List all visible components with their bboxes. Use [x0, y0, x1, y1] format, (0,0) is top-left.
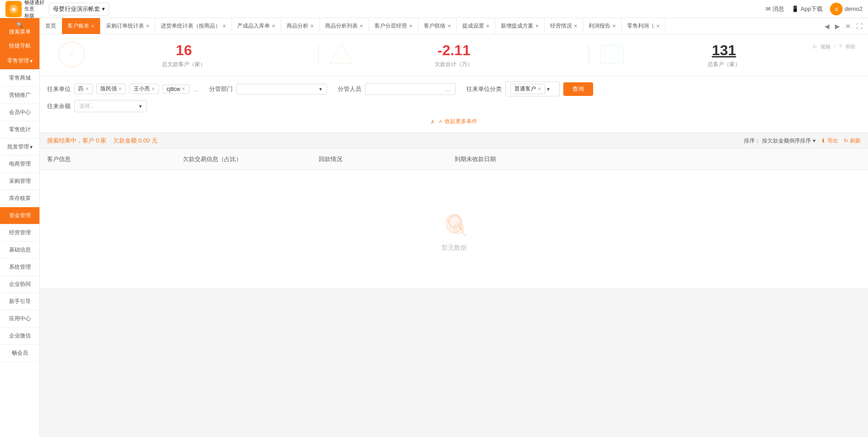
dept-select[interactable]: ▾	[236, 84, 327, 95]
filter-tag-category-1[interactable]: 普通客户 ✕	[510, 84, 545, 94]
user-avatar-area[interactable]: d demo2	[830, 3, 863, 15]
filter-tag-unit-2[interactable]: 陈民强 ✕	[96, 84, 126, 94]
sort-selector[interactable]: 排序： 按欠款金额倒序排序 ▾	[744, 137, 815, 145]
sidebar-item-new-guide[interactable]: 新手引导	[0, 293, 39, 310]
help-label: 帮助	[845, 43, 855, 50]
tab-close-icon[interactable]: ✕	[310, 24, 314, 28]
tab-customer-contact[interactable]: 客户联络 ✕	[418, 18, 457, 34]
sidebar-item-retail-mgmt[interactable]: 零售管理 ▾	[0, 52, 39, 70]
content-area: 首页 客户账本 ✕ 采购订单统计表 ✕ 进货单统计表（按商品） ✕ 产成品入库单…	[40, 18, 868, 437]
app-download-icon: 📱	[791, 5, 799, 12]
sidebar-item-marketing[interactable]: 营销推广	[0, 87, 39, 104]
sidebar-item-member-center[interactable]: 会员中心	[0, 104, 39, 121]
tag-close-icon[interactable]: ✕	[182, 86, 185, 91]
collapse-button[interactable]: ∧ ∧ 收起更多条件	[47, 116, 861, 127]
tab-customer-accounts[interactable]: 客户账本 ✕	[62, 18, 101, 34]
stat-total-customers-value[interactable]: 131	[712, 42, 736, 59]
empty-icon	[436, 206, 472, 244]
sidebar-item-finance-mgmt[interactable]: 资金管理	[0, 207, 39, 224]
tag-close-icon[interactable]: ✕	[118, 86, 122, 91]
tab-prev-icon[interactable]: ◀	[823, 23, 831, 30]
tag-close-icon[interactable]: ✕	[85, 86, 89, 91]
tab-close-icon[interactable]: ✕	[272, 24, 275, 28]
tag-close-icon[interactable]: ✕	[151, 86, 155, 91]
tab-new-promotion-plan[interactable]: 新增提成方案 ✕	[495, 18, 545, 34]
tab-bar-actions: ◀ ▶ ✕ ⛶	[819, 23, 868, 30]
tab-retail-profit[interactable]: 零售利润（ ✕	[622, 18, 666, 34]
filter-tag-unit-4[interactable]: cjttcw ✕	[163, 85, 189, 94]
tab-close-icon[interactable]: ✕	[612, 24, 616, 28]
avatar: d	[830, 3, 843, 15]
tab-inbound-stats-product[interactable]: 进货单统计表（按商品） ✕	[155, 18, 232, 34]
chevron-down-icon: ▾	[319, 86, 322, 92]
app-download-button[interactable]: 📱 App下载	[791, 5, 823, 13]
sidebar-item-basic-info[interactable]: 基础信息	[0, 242, 39, 259]
person-filter-label: 分管人员	[338, 85, 361, 93]
sidebar-item-retail-stats[interactable]: 零售统计	[0, 121, 39, 138]
tab-close-icon[interactable]: ✕	[409, 24, 412, 28]
org-selector[interactable]: 母婴行业演示帐套 ▾	[49, 3, 109, 15]
svg-text:!: !	[340, 53, 342, 60]
sidebar-item-member-vip[interactable]: 畅会员	[0, 345, 39, 362]
col-customer-info: 客户信息	[47, 153, 183, 165]
sidebar-item-retail-mall[interactable]: 零售商城	[0, 70, 39, 87]
chevron-down-icon: ▾	[139, 103, 142, 109]
sidebar-item-enterprise-wechat[interactable]: 企业微信	[0, 328, 39, 345]
top-bar-left: 畅 畅捷通好生意 标版 母婴行业演示帐套 ▾	[5, 0, 109, 19]
tab-profit-report[interactable]: 利润报告 ✕	[583, 18, 622, 34]
tab-purchase-order-stats[interactable]: 采购订单统计表 ✕	[101, 18, 155, 34]
sidebar-item-system-mgmt[interactable]: 系统管理	[0, 259, 39, 276]
filter-tag-unit-3[interactable]: 王小亮 ✕	[129, 84, 159, 94]
app-layout: 🔍 搜索菜单 快捷导航 零售管理 ▾ 零售商城 营销推广 会员中心 零售统计 批…	[0, 18, 868, 437]
filter-tag-unit-1[interactable]: 匹 ✕	[74, 84, 93, 94]
category-select[interactable]: 普通客户 ✕ ▾	[505, 81, 560, 96]
sidebar-search[interactable]: 🔍 搜索菜单	[0, 18, 39, 39]
export-button[interactable]: ⬇ 导出	[821, 137, 838, 145]
person-select[interactable]: ...	[365, 83, 456, 95]
tab-close-icon[interactable]: ✕	[222, 24, 226, 28]
sidebar-item-ecommerce-mgmt[interactable]: 电商管理	[0, 156, 39, 173]
tab-close-icon[interactable]: ✕	[91, 24, 95, 28]
svg-rect-6	[600, 45, 623, 63]
data-table: 客户信息 欠款交易信息（占比） 回款情况 到期未收款日期	[40, 149, 868, 288]
chevron-down-icon: ▾	[547, 86, 550, 92]
filter-more-icon[interactable]: ...	[193, 86, 198, 93]
tab-close-icon[interactable]: ✕	[447, 24, 451, 28]
top-bar-right: ✉ 消息 📱 App下载 d demo2	[766, 3, 863, 15]
tab-close-all-icon[interactable]: ✕	[844, 23, 853, 30]
sidebar-item-app-center[interactable]: 应用中心	[0, 310, 39, 328]
tab-next-icon[interactable]: ▶	[833, 23, 842, 30]
tab-customer-tier-ops[interactable]: 客户分层经营 ✕	[369, 18, 418, 34]
help-icon: ?	[839, 43, 842, 50]
tab-home[interactable]: 首页	[40, 18, 62, 34]
sidebar-item-operations-mgmt[interactable]: 经营管理	[0, 224, 39, 242]
tab-promotion-settings[interactable]: 提成设置 ✕	[457, 18, 495, 34]
tab-close-icon[interactable]: ✕	[656, 24, 660, 28]
stat-debt-amount-label: 欠款合计（万）	[435, 61, 473, 68]
query-button[interactable]: 查询	[563, 82, 593, 96]
refresh-button[interactable]: ↻ 刷新	[844, 137, 861, 145]
remain-input[interactable]: 选择... ▾	[74, 100, 147, 112]
person-more-icon[interactable]: ...	[445, 86, 451, 93]
tab-close-icon[interactable]: ✕	[574, 24, 577, 28]
tab-product-analysis-list[interactable]: 商品分析列表 ✕	[320, 18, 369, 34]
sidebar-item-inventory[interactable]: 库存核算	[0, 190, 39, 207]
sidebar-item-wholesale-mgmt[interactable]: 批发管理 ▾	[0, 138, 39, 156]
tab-expand-icon[interactable]: ⛶	[854, 23, 864, 30]
message-button[interactable]: ✉ 消息	[766, 5, 784, 13]
tab-product-analysis[interactable]: 商品分析 ✕	[281, 18, 320, 34]
sidebar-item-purchase-mgmt[interactable]: 采购管理	[0, 173, 39, 190]
tab-production-inbound[interactable]: 产成品入库单 ✕	[232, 18, 281, 34]
tab-close-icon[interactable]: ✕	[535, 24, 539, 28]
message-icon: ✉	[766, 5, 771, 12]
empty-state: 暂无数据	[40, 170, 868, 288]
filter-area: 往来单位 匹 ✕ 陈民强 ✕ 王小亮 ✕ cjttcw	[40, 76, 868, 133]
sidebar-quick-nav[interactable]: 快捷导航	[0, 39, 39, 52]
tab-business-status[interactable]: 经营情况 ✕	[545, 18, 583, 34]
tab-close-icon[interactable]: ✕	[486, 24, 489, 28]
tab-close-icon[interactable]: ✕	[146, 24, 149, 28]
sidebar-item-enterprise-collab[interactable]: 企业协同	[0, 276, 39, 293]
tab-close-icon[interactable]: ✕	[360, 24, 363, 28]
logo-icon: 畅	[5, 1, 22, 17]
tag-close-icon[interactable]: ✕	[537, 86, 541, 91]
